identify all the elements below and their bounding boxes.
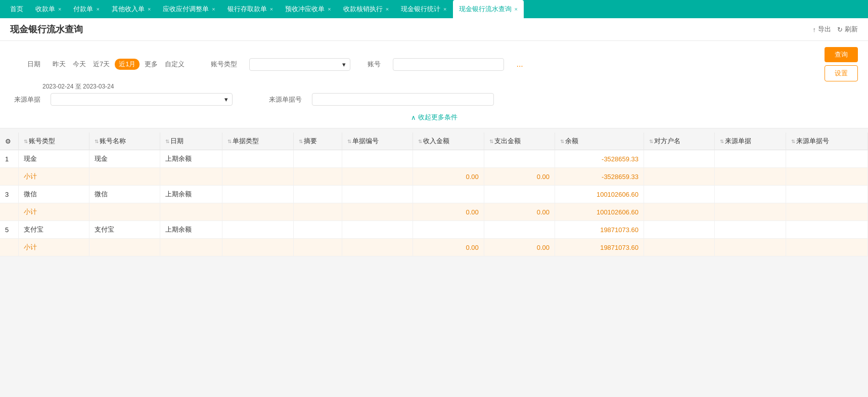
nav-tab-qitashouru[interactable]: 其他收入单 ×	[106, 0, 157, 18]
cell-summary	[293, 150, 342, 168]
date-range-display: 2023-02-24 至 2023-03-24	[42, 82, 114, 91]
cell-source-doc-no	[786, 239, 867, 256]
close-icon[interactable]: ×	[515, 6, 518, 12]
cell-summary	[293, 186, 342, 203]
cell-expense	[484, 186, 555, 203]
account-label: 账号	[360, 60, 381, 69]
header-actions: ↑ 导出 ↻ 刷新	[813, 25, 858, 34]
cell-summary	[293, 221, 342, 239]
cell-source-doc-no	[786, 203, 867, 221]
nav-tab-xianjinyinhang-stat[interactable]: 现金银行统计 ×	[395, 0, 452, 18]
cell-doc-type	[222, 203, 293, 221]
source-doc-label: 来源单据	[10, 95, 40, 104]
collapse-bar[interactable]: ∧ 收起更多条件	[10, 111, 858, 122]
table-row: 小计 0.00 0.00 19871073.60	[0, 239, 868, 256]
cell-counterparty	[644, 203, 715, 221]
cell-index: 1	[0, 150, 18, 168]
close-icon[interactable]: ×	[328, 6, 331, 12]
cell-income: 0.00	[413, 203, 484, 221]
cell-source-doc	[715, 221, 786, 239]
source-doc-select[interactable]: ▾	[51, 93, 233, 106]
nav-tab-shoukuanxiaoxiao[interactable]: 收款核销执行 ×	[337, 0, 395, 18]
nav-tab-home[interactable]: 首页	[4, 0, 29, 18]
account-type-select[interactable]: ▾	[249, 58, 350, 71]
cell-expense: 0.00	[484, 239, 555, 256]
nav-tab-yingshouyingfu[interactable]: 应收应付调整单 ×	[157, 0, 221, 18]
nav-tab-shoudan[interactable]: 收款单 ×	[29, 0, 67, 18]
close-icon[interactable]: ×	[386, 6, 389, 12]
close-icon[interactable]: ×	[58, 6, 61, 12]
date-btn-today[interactable]: 今天	[71, 59, 88, 70]
cell-account-name: 微信	[89, 186, 160, 203]
nav-tab-fukudan[interactable]: 付款单 ×	[67, 0, 105, 18]
cell-counterparty	[644, 221, 715, 239]
date-btn-more[interactable]: 更多	[143, 59, 160, 70]
table-header-row: ⚙ ⇅账号类型 ⇅账号名称 ⇅日期 ⇅单据类型 ⇅摘要 ⇅单据编	[0, 133, 868, 150]
table-row: 1 现金 现金 上期余额 -3528659.33	[0, 150, 868, 168]
cell-account-type: 微信	[18, 186, 89, 203]
source-doc-no-input[interactable]	[312, 93, 494, 106]
source-doc-no-label: 来源单据号	[269, 95, 302, 104]
cell-doc-no	[342, 203, 413, 221]
cell-doc-no	[342, 168, 413, 186]
chevron-down-icon: ▾	[224, 96, 228, 103]
account-input[interactable]	[393, 58, 504, 71]
cell-source-doc	[715, 239, 786, 256]
cell-doc-type	[222, 150, 293, 168]
nav-tab-yinhangcunqu[interactable]: 银行存取款单 ×	[221, 0, 279, 18]
top-navigation: 首页 收款单 × 付款单 × 其他收入单 × 应收应付调整单 × 银行存取款单 …	[0, 0, 868, 18]
table-row: 5 支付宝 支付宝 上期余额 19871073.60	[0, 221, 868, 239]
export-button[interactable]: ↑ 导出	[813, 25, 832, 34]
close-icon[interactable]: ×	[148, 6, 151, 12]
date-label: 日期	[10, 60, 40, 69]
cell-doc-no	[342, 221, 413, 239]
close-icon[interactable]: ×	[443, 6, 446, 12]
close-icon[interactable]: ×	[212, 6, 215, 12]
cell-account-name: 现金	[89, 150, 160, 168]
cell-income	[413, 186, 484, 203]
date-btn-custom[interactable]: 自定义	[163, 59, 187, 70]
filter-area: 日期 昨天 今天 近7天 近1月 更多 自定义 账号类型 ▾ 账号 ... 查询…	[0, 41, 868, 128]
cell-summary	[293, 203, 342, 221]
filter-row-sourcedoc: 来源单据 ▾ 来源单据号	[10, 93, 858, 106]
cell-counterparty	[644, 186, 715, 203]
cell-source-doc	[715, 186, 786, 203]
date-btn-1month[interactable]: 近1月	[115, 59, 140, 70]
cell-index: 3	[0, 186, 18, 203]
cell-counterparty	[644, 150, 715, 168]
cell-account-name	[89, 168, 160, 186]
date-btn-7days[interactable]: 近7天	[91, 59, 112, 70]
col-balance: ⇅余额	[555, 133, 644, 150]
cell-balance: 100102606.60	[555, 203, 644, 221]
refresh-button[interactable]: ↻ 刷新	[837, 25, 858, 34]
cell-source-doc	[715, 150, 786, 168]
cell-income	[413, 221, 484, 239]
cell-index: 5	[0, 221, 18, 239]
cell-counterparty	[644, 239, 715, 256]
cell-expense	[484, 221, 555, 239]
cell-counterparty	[644, 168, 715, 186]
data-table: ⚙ ⇅账号类型 ⇅账号名称 ⇅日期 ⇅单据类型 ⇅摘要 ⇅单据编	[0, 133, 868, 256]
settings-button[interactable]: 设置	[825, 65, 858, 81]
cell-doc-type	[222, 186, 293, 203]
cell-account-type: 现金	[18, 150, 89, 168]
nav-tab-xianjinliushui[interactable]: 现金银行流水查询 ×	[453, 0, 524, 18]
query-button[interactable]: 查询	[825, 47, 858, 62]
account-type-label: 账号类型	[207, 60, 237, 69]
nav-tab-yushou[interactable]: 预收冲应收单 ×	[279, 0, 337, 18]
col-income: ⇅收入金额	[413, 133, 484, 150]
gear-icon[interactable]: ⚙	[5, 138, 11, 145]
close-icon[interactable]: ×	[96, 6, 99, 12]
cell-expense	[484, 150, 555, 168]
page-title: 现金银行流水查询	[10, 23, 83, 35]
dots-button[interactable]: ...	[516, 60, 523, 69]
col-doc-type: ⇅单据类型	[222, 133, 293, 150]
close-icon[interactable]: ×	[270, 6, 273, 12]
cell-summary	[293, 168, 342, 186]
cell-source-doc	[715, 203, 786, 221]
cell-account-type: 小计	[18, 203, 89, 221]
cell-index	[0, 168, 18, 186]
cell-doc-no	[342, 150, 413, 168]
cell-doc-type	[222, 168, 293, 186]
date-btn-yesterday[interactable]: 昨天	[51, 59, 68, 70]
